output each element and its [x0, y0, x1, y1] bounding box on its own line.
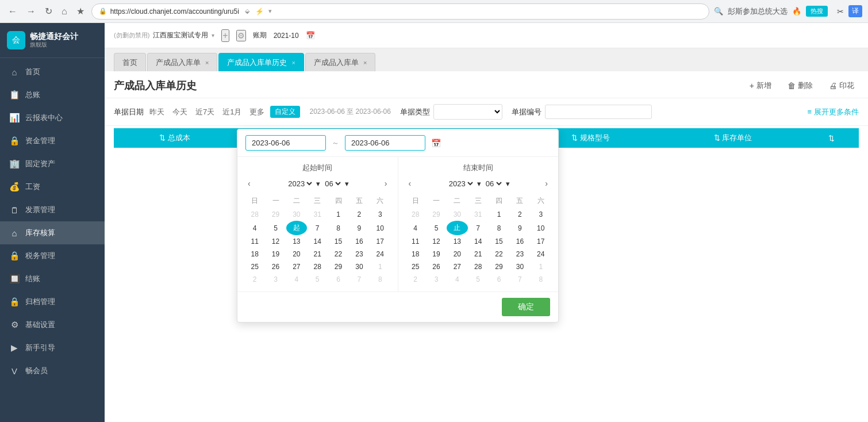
end-day[interactable]: 16 [509, 235, 530, 248]
start-day[interactable]: 29 [328, 260, 348, 273]
end-selected-day[interactable]: 止 [447, 221, 467, 235]
sidebar-item-home[interactable]: ⌂ 首页 [0, 60, 105, 83]
sidebar-item-tax[interactable]: 🔒 税务管理 [0, 244, 105, 267]
expand-conditions-btn[interactable]: ≡ 展开更多条件 [807, 107, 859, 117]
end-day[interactable]: 17 [531, 235, 551, 248]
sidebar-item-invoice[interactable]: 🗒 发票管理 [0, 198, 105, 221]
end-day[interactable]: 2 [405, 273, 426, 286]
end-day[interactable]: 12 [426, 235, 447, 248]
custom-btn[interactable]: 自定义 [270, 106, 300, 118]
end-day[interactable]: 3 [531, 208, 551, 221]
end-month-select[interactable]: 06 [483, 179, 504, 189]
sidebar-item-settings[interactable]: ⚙ 基础设置 [0, 313, 105, 336]
tab-inbound-history-close[interactable]: × [291, 59, 295, 66]
end-year-select[interactable]: 2023 [447, 179, 475, 189]
end-day[interactable]: 5 [426, 221, 447, 235]
start-day[interactable]: 20 [286, 248, 307, 260]
sidebar-item-asset[interactable]: 🏢 固定资产 [0, 152, 105, 175]
end-day[interactable]: 30 [509, 260, 530, 273]
start-day[interactable]: 10 [370, 221, 390, 235]
start-day[interactable]: 31 [307, 208, 328, 221]
start-day[interactable]: 30 [286, 208, 307, 221]
last1m-btn[interactable]: 近1月 [220, 106, 244, 118]
end-day[interactable]: 22 [489, 248, 509, 260]
start-day[interactable]: 15 [328, 235, 348, 248]
tab-home[interactable]: 首页 [114, 53, 146, 71]
add-button[interactable]: + 新增 [745, 78, 776, 93]
start-prev-btn[interactable]: ‹ [244, 178, 254, 189]
start-day[interactable]: 30 [349, 260, 370, 273]
start-day[interactable]: 6 [328, 273, 348, 286]
end-day[interactable]: 4 [447, 273, 467, 286]
start-day[interactable]: 26 [265, 260, 286, 273]
print-button[interactable]: 🖨 印花 [824, 78, 859, 93]
bookmark-button[interactable]: ★ [74, 3, 87, 19]
more-btn[interactable]: 更多 [247, 106, 267, 118]
tab-inbound-list[interactable]: 产成品入库单 × [147, 53, 217, 71]
add-company-button[interactable]: + [221, 29, 229, 42]
today-btn[interactable]: 今天 [170, 106, 190, 118]
start-day[interactable]: 5 [265, 221, 286, 235]
end-day[interactable]: 18 [405, 248, 426, 260]
forward-button[interactable]: → [24, 4, 38, 19]
refresh-button[interactable]: ↻ [43, 3, 55, 19]
end-day[interactable]: 5 [468, 273, 489, 286]
end-day[interactable]: 1 [489, 208, 509, 221]
sidebar-item-archive[interactable]: 🔒 归档管理 [0, 290, 105, 313]
url-bar[interactable]: 🔒 https://cloud.chanjet.com/accounting/u… [91, 3, 709, 20]
start-day[interactable]: 29 [265, 208, 286, 221]
tab-inbound-new[interactable]: 产成品入库单 × [305, 53, 375, 71]
end-next-btn[interactable]: › [541, 178, 551, 189]
start-day[interactable]: 11 [244, 235, 265, 248]
end-day[interactable]: 13 [447, 235, 467, 248]
start-day[interactable]: 28 [307, 260, 328, 273]
end-day[interactable]: 21 [468, 248, 489, 260]
start-day[interactable]: 3 [265, 273, 286, 286]
end-day[interactable]: 31 [468, 208, 489, 221]
delete-button[interactable]: 🗑 删除 [783, 78, 817, 93]
end-day[interactable]: 29 [489, 260, 509, 273]
sidebar-item-fund[interactable]: 🔒 资金管理 [0, 129, 105, 152]
last7-btn[interactable]: 近7天 [193, 106, 217, 118]
start-day[interactable]: 1 [370, 260, 390, 273]
start-day[interactable]: 21 [307, 248, 328, 260]
start-day[interactable]: 5 [307, 273, 328, 286]
end-day[interactable]: 10 [531, 221, 551, 235]
end-day[interactable]: 1 [531, 260, 551, 273]
start-day[interactable]: 2 [349, 208, 370, 221]
end-day[interactable]: 15 [489, 235, 509, 248]
sidebar-item-inventory[interactable]: ⌂ 库存核算 [0, 221, 105, 244]
end-day[interactable]: 27 [447, 260, 467, 273]
confirm-button[interactable]: 确定 [502, 298, 550, 316]
start-day[interactable]: 4 [286, 273, 307, 286]
start-day[interactable]: 24 [370, 248, 390, 260]
end-day[interactable]: 11 [405, 235, 426, 248]
yesterday-btn[interactable]: 昨天 [147, 106, 167, 118]
start-day[interactable]: 16 [349, 235, 370, 248]
start-day[interactable]: 18 [244, 248, 265, 260]
start-day[interactable]: 9 [349, 221, 370, 235]
end-day[interactable]: 8 [531, 273, 551, 286]
start-day[interactable]: 8 [328, 221, 348, 235]
start-day[interactable]: 27 [286, 260, 307, 273]
start-day[interactable]: 2 [244, 273, 265, 286]
home-button[interactable]: ⌂ [59, 4, 70, 19]
end-day[interactable]: 28 [468, 260, 489, 273]
end-date-input[interactable] [345, 135, 425, 151]
start-selected-day[interactable]: 起 [286, 221, 307, 235]
tab-inbound-list-close[interactable]: × [205, 59, 209, 66]
end-day[interactable]: 25 [405, 260, 426, 273]
end-day[interactable]: 7 [509, 273, 530, 286]
end-day[interactable]: 20 [447, 248, 467, 260]
end-day[interactable]: 2 [509, 208, 530, 221]
end-day[interactable]: 28 [405, 208, 426, 221]
start-day[interactable]: 1 [328, 208, 348, 221]
tab-inbound-history[interactable]: 产成品入库单历史 × [218, 53, 304, 71]
start-day[interactable]: 25 [244, 260, 265, 273]
end-day[interactable]: 6 [489, 273, 509, 286]
date-picker-calendar-icon[interactable]: 📅 [431, 139, 441, 148]
sidebar-item-settle[interactable]: 🔲 结账 [0, 267, 105, 290]
end-day[interactable]: 24 [531, 248, 551, 260]
sidebar-item-member[interactable]: V 畅会员 [0, 359, 105, 382]
company-settings-button[interactable]: ⚙ [236, 30, 246, 41]
